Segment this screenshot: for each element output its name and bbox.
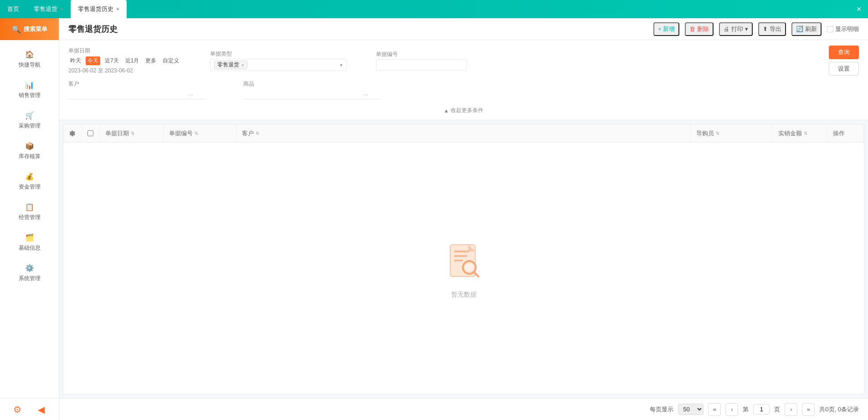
voucher-num-label: 单据编号 [376,51,398,58]
voucher-num-filter: 单据编号 [376,51,467,71]
window-close-button[interactable]: × [850,0,868,18]
svg-rect-1 [454,251,470,252]
date-range-display: 2023-06-02 至 2023-06-02 [68,67,181,75]
sidebar: 🔍 搜索菜单 🏠 快捷导航 📊 销售管理 🛒 采购管理 📦 库存核算 💰 [0,18,59,420]
print-dropdown-icon: ▾ [745,26,748,32]
per-page-select[interactable]: 50 10 20 100 [678,404,704,415]
voucher-type-tag: 零售退货 × [214,61,247,69]
th-guide[interactable]: 导购员 ⇅ [691,124,773,142]
date-btn-7days[interactable]: 近7天 [103,56,121,65]
sidebar-menu: 🏠 快捷导航 📊 销售管理 🛒 采购管理 📦 库存核算 💰 资金管理 📋 [0,40,59,398]
total-info: 共0页, 0条记录 [819,405,859,414]
sidebar-item-sales[interactable]: 📊 销售管理 [0,74,59,105]
refresh-icon: 🔄 [796,26,803,32]
empty-illustration [441,238,487,283]
show-detail-label: 显示明细 [835,25,859,33]
sidebar-bottom: ⚙ ◀ [0,398,59,420]
tab-retail-return-history-label: 零售退货历史 [78,5,113,13]
content-area: 零售退货历史 + 新增 🗑 删除 🖨 打印 ▾ ⬆ 导出 🔄 刷新 [59,18,868,420]
date-btn-1month[interactable]: 近1月 [123,56,141,65]
new-button[interactable]: + 新增 [653,22,679,36]
finance-icon: 💰 [25,171,35,181]
sidebar-item-finance-label: 资金管理 [19,183,41,191]
voucher-type-label: 单据类型 [210,50,232,58]
sidebar-item-base-info[interactable]: 🗂️ 基础信息 [0,227,59,257]
first-page-button[interactable]: « [708,403,721,416]
page-number-input[interactable] [753,404,770,415]
sidebar-collapse-button[interactable]: ◀ [34,402,49,417]
sidebar-item-quick-nav-label: 快捷导航 [19,61,41,69]
th-customer-label: 客户 [242,129,254,138]
date-btn-custom[interactable]: 自定义 [161,56,181,65]
empty-icon [441,238,487,283]
show-detail-checkbox[interactable] [827,26,833,32]
sales-icon: 📊 [25,80,35,90]
setting-button[interactable]: 设置 [829,62,859,76]
svg-rect-3 [454,260,463,261]
date-btn-more[interactable]: 更多 [144,56,158,65]
sidebar-item-inventory[interactable]: 📦 库存核算 [0,135,59,166]
delete-button[interactable]: 🗑 删除 [685,22,714,36]
th-amount[interactable]: 实销金额 ⇅ [773,124,827,142]
voucher-type-filter: 单据类型 零售退货 × ▾ [210,50,347,71]
voucher-type-tag-close[interactable]: × [241,62,244,68]
top-bar: 首页 零售退货 × 零售退货历史 × × [0,0,868,18]
export-label: 导出 [770,25,781,33]
tab-retail-return-history-close[interactable]: × [116,6,119,12]
system-icon: ⚙️ [25,263,35,273]
voucher-num-input[interactable] [376,59,467,71]
voucher-type-arrow-icon: ▾ [340,62,343,68]
goods-input[interactable] [243,89,362,97]
customer-input[interactable] [68,89,187,97]
th-guide-sort-icon: ⇅ [716,131,719,136]
pagination-bar: 每页显示 50 10 20 100 « ‹ 第 页 › » 共0页, 0条记录 [59,398,868,420]
filter-row-2: 客户 ... 商品 ... [68,80,859,99]
print-button[interactable]: 🖨 打印 ▾ [719,22,753,36]
sidebar-item-operations[interactable]: 📋 经营管理 [0,196,59,227]
tab-home[interactable]: 首页 [0,0,26,18]
voucher-type-select[interactable]: 零售退货 × ▾ [210,59,347,71]
tab-retail-return[interactable]: 零售退货 × [26,0,71,18]
date-quick-buttons: 昨天 今天 近7天 近1月 更多 自定义 [68,56,181,65]
tab-retail-return-history[interactable]: 零售退货历史 × [71,0,127,18]
tab-retail-return-close[interactable]: × [60,6,63,12]
th-date[interactable]: 单据日期 ⇅ [100,124,164,142]
page-unit: 页 [774,405,780,414]
select-all-checkbox[interactable] [87,130,93,136]
goods-dots: ... [364,90,368,97]
quick-nav-icon: 🏠 [25,49,35,59]
filter-area: 单据日期 昨天 今天 近7天 近1月 更多 自定义 2023-06-02 至 2… [59,40,868,120]
data-table: 单据日期 ⇅ 单据编号 ⇅ 客户 ⇅ 导购员 ⇅ 实销金额 ⇅ [63,124,864,394]
page-title: 零售退货历史 [68,24,118,35]
date-btn-today[interactable]: 今天 [86,56,100,65]
th-settings[interactable] [63,124,82,142]
th-action: 操作 [827,124,864,142]
date-btn-yesterday[interactable]: 昨天 [68,56,83,65]
th-date-label: 单据日期 [105,129,129,138]
sidebar-item-purchase[interactable]: 🛒 采购管理 [0,105,59,135]
sidebar-search-button[interactable]: 🔍 搜索菜单 [0,18,59,40]
sidebar-settings-button[interactable]: ⚙ [10,402,25,417]
last-page-button[interactable]: » [802,403,815,416]
show-detail-toggle[interactable]: 显示明细 [827,25,859,33]
customer-dots: ... [189,90,193,97]
sidebar-item-finance[interactable]: 💰 资金管理 [0,166,59,196]
query-button[interactable]: 查询 [829,46,859,59]
settings-gear-icon [69,130,76,137]
th-voucher[interactable]: 单据编号 ⇅ [164,124,236,142]
customer-label: 客户 [68,80,79,88]
th-guide-label: 导购员 [696,129,714,138]
collapse-filter-button[interactable]: ▲ 收起更多条件 [68,104,859,114]
sidebar-item-purchase-label: 采购管理 [19,122,41,130]
th-customer[interactable]: 客户 ⇅ [236,124,691,142]
refresh-button[interactable]: 🔄 刷新 [791,22,822,36]
export-button[interactable]: ⬆ 导出 [758,22,786,36]
prev-page-button[interactable]: ‹ [725,403,738,416]
th-checkbox[interactable] [82,124,100,142]
next-page-button[interactable]: › [785,403,797,416]
sidebar-item-quick-nav[interactable]: 🏠 快捷导航 [0,44,59,74]
page-label: 第 [743,405,749,414]
sidebar-item-system[interactable]: ⚙️ 系统管理 [0,257,59,288]
th-amount-label: 实销金额 [778,129,802,138]
sidebar-item-sales-label: 销售管理 [19,92,41,99]
